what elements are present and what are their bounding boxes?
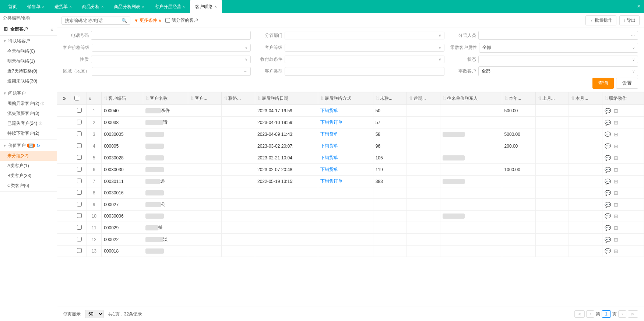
export-button[interactable]: ↑ 导出 [619, 15, 640, 25]
contact-method-link[interactable]: 下销货单 [320, 131, 338, 137]
row-last-contact-method[interactable]: 下销货单 [318, 105, 373, 117]
chat-action-icon[interactable]: 💬 [605, 237, 611, 243]
chat-action-icon[interactable]: 💬 [605, 167, 611, 173]
row-last-contact-method[interactable] [318, 234, 373, 246]
filter-input-0-0[interactable] [91, 31, 251, 40]
chat-action-icon[interactable]: 💬 [605, 108, 611, 114]
contact-method-link[interactable]: 下销货单 [320, 167, 338, 172]
prev-page-button[interactable]: ‹ [586, 310, 594, 318]
sidebar-collapse-icon[interactable]: « [50, 27, 53, 32]
row-last-contact-method[interactable] [318, 187, 373, 199]
row-select-checkbox[interactable] [77, 155, 82, 160]
tab-home[interactable]: 首页 [3, 0, 22, 13]
tab-close-sales[interactable]: × [42, 4, 44, 9]
chat-action-icon[interactable]: 💬 [605, 143, 611, 149]
row-select-checkbox[interactable] [77, 131, 82, 136]
filter-select-2-2[interactable]: ∨ [478, 56, 638, 63]
refresh-icon[interactable]: ↻ [36, 143, 40, 148]
sidebar-section-header-problem[interactable]: ▼问题客户 [0, 88, 57, 99]
grid-action-icon[interactable]: ⊞ [614, 120, 618, 126]
reset-button[interactable]: 设置 [616, 78, 638, 89]
sidebar-item-C类客户6[interactable]: C类客户(6) [0, 181, 57, 191]
select-all-checkbox[interactable] [74, 96, 79, 100]
filter-select-2-1[interactable]: ∨ [285, 56, 444, 63]
contact-method-link[interactable]: 下销货单 [320, 143, 338, 148]
query-button[interactable]: 查询 [592, 78, 614, 89]
batch-op-button[interactable]: ☑ 批量操作 [585, 15, 616, 25]
first-page-button[interactable]: ⊲ [574, 310, 585, 318]
sidebar-item-B类客户33[interactable]: B类客户(33) [0, 171, 57, 181]
row-last-contact-method[interactable] [318, 211, 373, 222]
filter-select-1-2[interactable]: 全部∨ [479, 43, 638, 53]
row-select-checkbox[interactable] [77, 167, 82, 172]
chat-action-icon[interactable]: 💬 [605, 225, 611, 231]
sidebar-item-囤购异常客户2[interactable]: 囤购异常客户(2) ⓘ [0, 99, 57, 109]
window-close-button[interactable]: × [637, 3, 640, 10]
sidebar-all-customers[interactable]: ⊞ 全部客户 « [0, 23, 57, 36]
filter-select-3-0[interactable]: ··· [92, 67, 251, 76]
row-select-checkbox[interactable] [77, 179, 82, 183]
grid-action-icon[interactable]: ⊞ [614, 143, 618, 149]
my-customers-checkbox[interactable]: 我分管的客户 [165, 17, 198, 24]
row-select-checkbox[interactable] [77, 143, 82, 148]
row-last-contact-method[interactable] [318, 246, 373, 257]
row-last-contact-method[interactable]: 下销货单 [318, 152, 373, 164]
contact-method-link[interactable]: 下销货单 [320, 108, 338, 113]
grid-action-icon[interactable]: ⊞ [614, 155, 618, 161]
sidebar-section-header-pending[interactable]: ▼待联络客户 [0, 36, 57, 46]
sidebar-search-input[interactable] [3, 15, 57, 21]
filter-select-1-1[interactable]: ∨ [285, 44, 444, 52]
grid-action-icon[interactable]: ⊞ [614, 190, 618, 196]
row-select-checkbox[interactable] [77, 108, 82, 113]
tab-close-customer-contact[interactable]: × [214, 4, 217, 9]
contact-method-link[interactable]: 下销货单 [320, 155, 338, 160]
filter-input-3-1[interactable] [285, 67, 444, 76]
grid-action-icon[interactable]: ⊞ [614, 202, 618, 208]
filter-select-2-0[interactable]: ∨ [91, 56, 251, 63]
grid-action-icon[interactable]: ⊞ [614, 213, 618, 219]
filter-search-input[interactable] [65, 18, 120, 23]
row-last-contact-method[interactable]: 下销货单 [318, 164, 373, 176]
per-page-select[interactable]: 50 100 200 [85, 310, 104, 318]
sidebar-item-持续下滑客户2[interactable]: 持续下滑客户(2) [0, 128, 57, 138]
tab-customer-tier[interactable]: 客户分层经营× [149, 0, 190, 13]
row-select-checkbox[interactable] [77, 190, 82, 195]
filter-select-0-1[interactable]: ∨ [285, 32, 444, 39]
chat-action-icon[interactable]: 💬 [605, 155, 611, 161]
tab-customer-contact[interactable]: 客户联络× [190, 0, 222, 13]
chat-action-icon[interactable]: 💬 [605, 179, 611, 184]
last-page-button[interactable]: ⊳ [628, 310, 638, 318]
tab-product-list[interactable]: 商品分析列表× [109, 0, 149, 13]
grid-action-icon[interactable]: ⊞ [614, 167, 618, 173]
sidebar-item-逾期未联络30[interactable]: 逾期未联络(30) [0, 76, 57, 86]
row-last-contact-method[interactable]: 下销货单 [318, 140, 373, 152]
row-last-contact-method[interactable]: 下销售订单 [318, 117, 373, 128]
row-last-contact-method[interactable]: 下销售订单 [318, 176, 373, 187]
chat-action-icon[interactable]: 💬 [605, 213, 611, 219]
tab-close-customer-tier[interactable]: × [183, 4, 185, 9]
row-select-checkbox[interactable] [77, 248, 82, 253]
sidebar-item-未分组32[interactable]: 未分组(32) [0, 151, 57, 161]
sidebar-item-明天待联络1[interactable]: 明天待联络(1) [0, 56, 57, 66]
chat-action-icon[interactable]: 💬 [605, 120, 611, 126]
grid-action-icon[interactable]: ⊞ [614, 179, 618, 184]
grid-action-icon[interactable]: ⊞ [614, 225, 618, 231]
filter-select-1-0[interactable]: ∨ [92, 44, 251, 52]
grid-action-icon[interactable]: ⊞ [614, 108, 618, 114]
next-page-button[interactable]: › [618, 310, 626, 318]
tab-close-product-list[interactable]: × [142, 4, 144, 9]
col-header-code[interactable]: ⇅客户编码 [102, 92, 143, 105]
grid-action-icon[interactable]: ⊞ [614, 248, 618, 254]
row-select-checkbox[interactable] [77, 237, 82, 241]
filter-select-3-2[interactable]: 全部∨ [478, 66, 638, 76]
sidebar-item-A类客户1[interactable]: A类客户(1) [0, 161, 57, 171]
tab-sales[interactable]: 销售单× [22, 0, 49, 13]
sidebar-item-已流失客户24[interactable]: 已流失客户(24) ⓘ [0, 119, 57, 128]
filter-search-icon[interactable]: 🔍 [122, 18, 127, 23]
chat-action-icon[interactable]: 💬 [605, 190, 611, 196]
row-select-checkbox[interactable] [77, 202, 82, 207]
chat-action-icon[interactable]: 💬 [605, 131, 611, 137]
tab-close-product-analysis[interactable]: × [101, 4, 103, 9]
row-last-contact-method[interactable] [318, 199, 373, 211]
tab-purchase[interactable]: 进货单× [49, 0, 77, 13]
